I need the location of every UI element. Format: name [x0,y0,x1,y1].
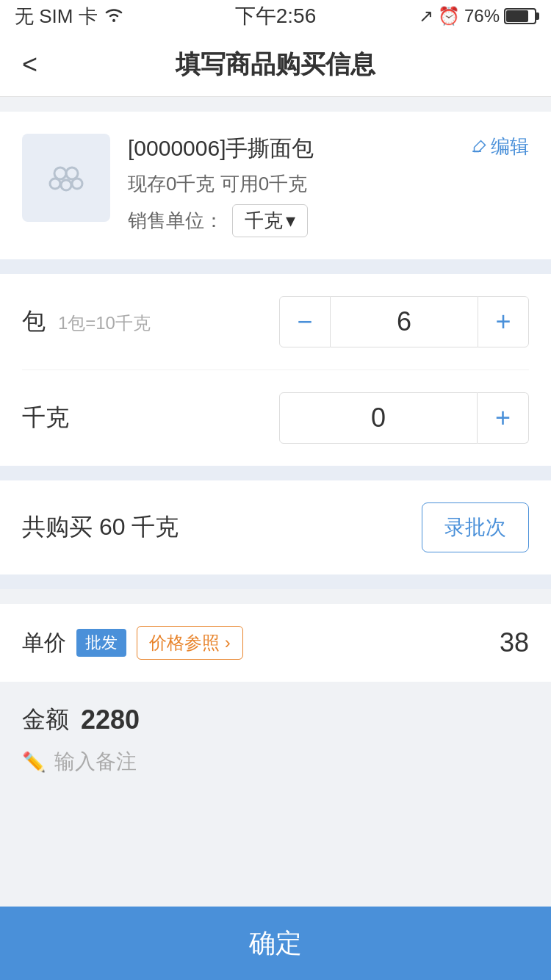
kg-quantity-row: 千克 + [22,370,529,466]
product-info: [0000006]手撕面包 编辑 现存0千克 可用0千克 销售单位： 千克 ▾ [128,134,529,237]
svg-point-3 [50,179,60,189]
amount-label: 金额 [22,704,69,736]
product-unit-row: 销售单位： 千克 ▾ [128,204,529,237]
svg-point-1 [54,167,66,179]
unit-label: 销售单位： [128,208,223,234]
alarm-icon: ⏰ [438,6,460,26]
unit-select[interactable]: 千克 ▾ [232,204,308,237]
bag-plus-button[interactable]: + [478,296,529,347]
price-ref-button[interactable]: 价格参照 › [137,626,243,660]
back-button[interactable]: < [22,49,37,80]
nav-bar: < 填写商品购买信息 [0,32,551,97]
product-name: [0000006]手撕面包 [128,134,314,164]
amount-value: 2280 [81,705,140,735]
amount-section: 金额 2280 ✏️ 输入备注 [0,682,551,790]
edit-button[interactable]: 编辑 [470,134,529,159]
chevron-down-icon: ▾ [286,209,295,232]
status-right: ↗ ⏰ 76% [419,6,536,26]
product-card: [0000006]手撕面包 编辑 现存0千克 可用0千克 销售单位： 千克 ▾ [0,112,551,259]
product-image [22,134,110,222]
amount-row: 金额 2280 [22,704,529,736]
separator-3 [0,574,551,589]
wifi-icon [104,5,124,28]
price-left: 单价 批发 价格参照 › [22,626,243,660]
location-icon: ↗ [419,6,433,26]
carrier-label: 无 SIM 卡 [15,4,98,29]
price-section: 单价 批发 价格参照 › 38 [0,604,551,682]
battery-percent: 76% [464,6,500,26]
bag-controls: − + [279,296,529,347]
svg-point-4 [61,180,71,190]
kg-controls: + [279,392,529,444]
bag-input[interactable] [331,296,478,347]
bag-quantity-row: 包 1包=10千克 − + [22,274,529,370]
svg-point-0 [112,19,115,22]
kg-plus-button[interactable]: + [478,392,529,444]
kg-label: 千克 [22,402,279,434]
remark-label: 输入备注 [54,748,137,776]
page-title: 填写商品购买信息 [176,48,375,82]
bag-label: 包 1包=10千克 [22,306,279,338]
separator-2 [0,466,551,480]
separator-1 [0,259,551,274]
quantity-section: 包 1包=10千克 − + 千克 + [0,274,551,466]
batch-button[interactable]: 录批次 [422,502,529,552]
battery-icon [504,8,536,24]
price-label: 单价 [22,628,66,658]
status-time: 下午2:56 [235,2,317,30]
svg-point-2 [66,167,78,179]
svg-point-5 [72,179,82,189]
total-label: 共购买 60 千克 [22,511,179,544]
confirm-button[interactable]: 确定 [0,907,551,980]
price-row: 单价 批发 价格参照 › 38 [22,626,529,660]
status-bar: 无 SIM 卡 下午2:56 ↗ ⏰ 76% [0,0,551,32]
kg-input[interactable] [279,392,478,444]
bag-minus-button[interactable]: − [279,296,331,347]
bag-hint: 1包=10千克 [58,313,151,333]
remark-row[interactable]: ✏️ 输入备注 [22,748,529,790]
product-stock: 现存0千克 可用0千克 [128,171,529,197]
pencil-icon: ✏️ [22,751,46,774]
price-badge: 批发 [76,629,126,657]
total-row: 共购买 60 千克 录批次 [0,480,551,574]
status-left: 无 SIM 卡 [15,4,124,29]
price-value: 38 [500,627,529,658]
